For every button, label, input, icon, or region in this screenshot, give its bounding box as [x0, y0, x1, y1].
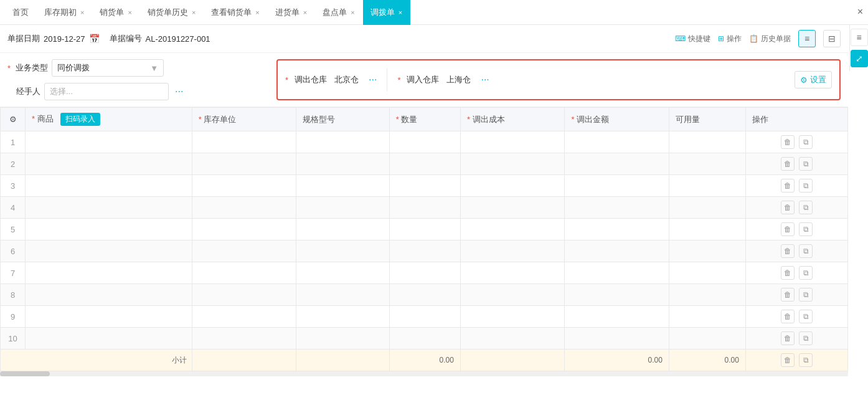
delete-icon-6[interactable]: 🗑: [781, 244, 795, 258]
copy-icon-5[interactable]: ⧉: [799, 222, 813, 236]
date-value[interactable]: 2019-12-27: [44, 34, 85, 44]
copy-icon-1[interactable]: ⧉: [799, 135, 813, 149]
cell-amount-6[interactable]: [565, 240, 669, 262]
cell-product-9[interactable]: [26, 306, 192, 328]
copy-icon-6[interactable]: ⧉: [799, 244, 813, 258]
delete-icon-9[interactable]: 🗑: [781, 310, 795, 323]
tab-sales-close[interactable]: ×: [128, 9, 131, 16]
cell-amount-8[interactable]: [565, 284, 669, 306]
cell-cost-2[interactable]: [460, 153, 564, 175]
delete-icon-7[interactable]: 🗑: [781, 266, 795, 280]
cell-spec-10[interactable]: [296, 328, 390, 350]
cell-unit-7[interactable]: [192, 262, 296, 284]
cell-amount-9[interactable]: [565, 306, 669, 328]
cell-spec-8[interactable]: [296, 284, 390, 306]
cell-cost-1[interactable]: [460, 131, 564, 153]
copy-icon-7[interactable]: ⧉: [799, 266, 813, 280]
out-warehouse-more-icon[interactable]: ···: [369, 74, 377, 85]
cell-unit-9[interactable]: [192, 306, 296, 328]
delete-icon-5[interactable]: 🗑: [781, 222, 795, 236]
handler-more-icon[interactable]: ···: [175, 86, 183, 97]
cell-cost-7[interactable]: [460, 262, 564, 284]
tab-transfer[interactable]: 调拨单 ×: [363, 0, 410, 25]
tab-view-sales[interactable]: 查看销货单 ×: [204, 0, 267, 25]
cell-qty-3[interactable]: [389, 175, 460, 197]
cell-unit-6[interactable]: [192, 240, 296, 262]
delete-icon-4[interactable]: 🗑: [781, 201, 795, 214]
handler-select[interactable]: 选择...: [44, 83, 169, 100]
business-type-select[interactable]: 同价调拨 ▼: [52, 59, 164, 77]
copy-icon-8[interactable]: ⧉: [799, 288, 813, 302]
tab-stocktake[interactable]: 盘点单 ×: [315, 0, 362, 25]
cell-product-10[interactable]: [26, 328, 192, 350]
cell-amount-10[interactable]: [565, 328, 669, 350]
cell-cost-4[interactable]: [460, 197, 564, 219]
copy-icon-10[interactable]: ⧉: [799, 331, 813, 345]
cell-amount-4[interactable]: [565, 197, 669, 219]
cell-unit-8[interactable]: [192, 284, 296, 306]
horizontal-scrollbar[interactable]: [0, 371, 848, 376]
cell-unit-11[interactable]: [192, 350, 296, 371]
copy-icon-3[interactable]: ⧉: [799, 179, 813, 193]
cell-spec-4[interactable]: [296, 197, 390, 219]
cell-product-8[interactable]: [26, 284, 192, 306]
cell-cost-6[interactable]: [460, 240, 564, 262]
cell-qty-10[interactable]: [389, 328, 460, 350]
delete-icon-10[interactable]: 🗑: [781, 331, 795, 345]
cell-unit-1[interactable]: [192, 131, 296, 153]
cell-spec-1[interactable]: [296, 131, 390, 153]
copy-icon-2[interactable]: ⧉: [799, 157, 813, 171]
cell-spec-2[interactable]: [296, 153, 390, 175]
scan-button[interactable]: 扫码录入: [60, 113, 100, 126]
view-grid-btn[interactable]: ⊟: [823, 30, 841, 47]
cell-unit-3[interactable]: [192, 175, 296, 197]
cell-cost-3[interactable]: [460, 175, 564, 197]
cell-product-2[interactable]: [26, 153, 192, 175]
right-list-btn[interactable]: ≡: [851, 29, 868, 46]
copy-icon-9[interactable]: ⧉: [799, 310, 813, 323]
tab-stocktake-close[interactable]: ×: [351, 9, 354, 16]
cell-product-1[interactable]: [26, 131, 192, 153]
tab-home[interactable]: 首页: [5, 0, 37, 25]
delete-icon-11[interactable]: 🗑: [781, 353, 795, 367]
cell-qty-8[interactable]: [389, 284, 460, 306]
cell-qty-6[interactable]: [389, 240, 460, 262]
in-warehouse-more-icon[interactable]: ···: [481, 74, 489, 85]
cell-unit-2[interactable]: [192, 153, 296, 175]
tab-transfer-close[interactable]: ×: [399, 9, 402, 16]
tab-sales-history-close[interactable]: ×: [192, 9, 196, 16]
cell-cost-9[interactable]: [460, 306, 564, 328]
scrollbar-thumb[interactable]: [0, 371, 50, 376]
history-btn[interactable]: 📋 历史单据: [749, 34, 791, 44]
right-external-btn[interactable]: ⤢: [851, 50, 868, 67]
cell-spec-9[interactable]: [296, 306, 390, 328]
cell-qty-4[interactable]: [389, 197, 460, 219]
cell-qty-7[interactable]: [389, 262, 460, 284]
shortcut-btn[interactable]: ⌨ 快捷键: [675, 34, 710, 44]
cell-cost-11[interactable]: [460, 350, 564, 371]
cell-cost-5[interactable]: [460, 219, 564, 240]
tab-sales-history[interactable]: 销货单历史 ×: [140, 0, 204, 25]
th-settings[interactable]: ⚙: [1, 108, 26, 131]
cell-product-7[interactable]: [26, 262, 192, 284]
delete-icon-1[interactable]: 🗑: [781, 135, 795, 149]
cell-spec-5[interactable]: [296, 219, 390, 240]
tab-purchase-close[interactable]: ×: [303, 9, 307, 16]
cell-product-4[interactable]: [26, 197, 192, 219]
window-close-icon[interactable]: ×: [857, 6, 863, 17]
calendar-icon[interactable]: 📅: [89, 34, 100, 44]
cell-unit-10[interactable]: [192, 328, 296, 350]
cell-amount-3[interactable]: [565, 175, 669, 197]
cell-qty-2[interactable]: [389, 153, 460, 175]
cell-spec-7[interactable]: [296, 262, 390, 284]
delete-icon-3[interactable]: 🗑: [781, 179, 795, 193]
copy-icon-4[interactable]: ⧉: [799, 201, 813, 214]
view-list-btn[interactable]: ≡: [798, 30, 816, 47]
cell-qty-5[interactable]: [389, 219, 460, 240]
cell-cost-8[interactable]: [460, 284, 564, 306]
tab-purchase[interactable]: 进货单 ×: [268, 0, 315, 25]
cell-unit-5[interactable]: [192, 219, 296, 240]
cell-amount-7[interactable]: [565, 262, 669, 284]
copy-icon-11[interactable]: ⧉: [799, 353, 813, 367]
delete-icon-8[interactable]: 🗑: [781, 288, 795, 302]
